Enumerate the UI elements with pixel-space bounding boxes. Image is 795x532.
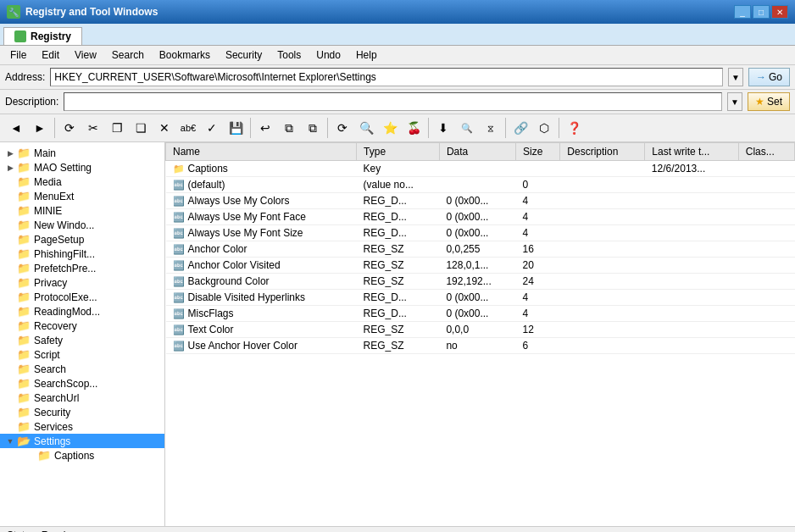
paste2-button[interactable]: ⧉ (302, 117, 324, 139)
tree-item-services[interactable]: 📁 Services (0, 419, 164, 434)
col-size[interactable]: Size (515, 143, 559, 161)
hex-button[interactable]: ⬡ (533, 117, 555, 139)
tree-label-phishing: PhishingFilt... (34, 248, 95, 260)
copy-button[interactable]: ❐ (106, 117, 128, 139)
toolbar: ◄ ► ⟳ ✂ ❐ ❏ ✕ ab€ ✓ 💾 ↩ ⧉ ⧉ ⟳ 🔍 ⭐ 🍒 ⬇ 🔍 … (0, 114, 795, 142)
col-name[interactable]: Name (166, 143, 357, 161)
tree-item-minie[interactable]: 📁 MINIE (0, 203, 164, 218)
col-lastwrite[interactable]: Last write t... (645, 143, 738, 161)
tree-item-safety[interactable]: 📁 Safety (0, 333, 164, 347)
folder-icon-phishing: 📁 (17, 247, 31, 260)
col-data[interactable]: Data (439, 143, 515, 161)
description-input[interactable] (64, 92, 722, 111)
cut-button[interactable]: ✂ (82, 117, 104, 139)
menu-view[interactable]: View (68, 47, 103, 63)
forward-button[interactable]: ► (29, 117, 51, 139)
import-button[interactable]: ⬇ (432, 117, 454, 139)
tree-item-prefetch[interactable]: 📁 PrefetchPre... (0, 261, 164, 275)
tree-item-reading[interactable]: 📁 ReadingMod... (0, 304, 164, 319)
tree-item-script[interactable]: 📁 Script (0, 347, 164, 362)
back-button[interactable]: ◄ (5, 117, 27, 139)
table-row[interactable]: 🔤Always Use My ColorsREG_D...0 (0x00...4 (166, 193, 795, 209)
menu-edit[interactable]: Edit (35, 47, 66, 63)
refresh-button[interactable]: ⟳ (58, 117, 81, 139)
menu-bookmarks[interactable]: Bookmarks (153, 47, 217, 63)
tree-item-pagesetup[interactable]: 📁 PageSetup (0, 232, 164, 247)
minimize-button[interactable]: _ (734, 5, 751, 19)
maximize-button[interactable]: □ (753, 5, 770, 19)
reload-button[interactable]: ⟳ (331, 117, 353, 139)
help-button[interactable]: ❓ (563, 117, 585, 139)
description-dropdown-button[interactable]: ▼ (727, 92, 742, 111)
cell-description (560, 306, 645, 322)
cell-type: REG_D... (357, 193, 440, 209)
find-button[interactable]: 🔍 (355, 117, 377, 139)
tree-item-search[interactable]: 📁 Search (0, 362, 164, 376)
address-dropdown-button[interactable]: ▼ (728, 68, 743, 86)
tree-item-searchurl[interactable]: 📁 SearchUrl (0, 391, 164, 405)
menu-tools[interactable]: Tools (270, 47, 308, 63)
copy2-button[interactable]: ⧉ (278, 117, 300, 139)
address-bar: Address: ▼ → Go (0, 65, 795, 90)
favorite-button[interactable]: ⭐ (379, 117, 401, 139)
tree-item-settings[interactable]: ▼ 📂 Settings (0, 434, 164, 448)
tree-item-newwindow[interactable]: 📁 New Windo... (0, 218, 164, 232)
tree-item-menuext[interactable]: 📁 MenuExt (0, 189, 164, 203)
menu-search[interactable]: Search (105, 47, 151, 63)
tree-item-privacy[interactable]: 📁 Privacy (0, 275, 164, 290)
table-row[interactable]: 🔤Always Use My Font FaceREG_D...0 (0x00.… (166, 209, 795, 225)
tree-item-protocol[interactable]: 📁 ProtocolExe... (0, 290, 164, 304)
address-input[interactable] (50, 68, 723, 86)
tree-item-searchscope[interactable]: 📁 SearchScop... (0, 376, 164, 391)
cell-data: 0,0,255 (439, 241, 515, 258)
menu-help[interactable]: Help (349, 47, 384, 63)
table-row[interactable]: 🔤Text ColorREG_SZ0,0,012 (166, 322, 795, 338)
cell-description (560, 338, 645, 354)
folder-icon-searchurl: 📁 (17, 391, 31, 404)
filter-button[interactable]: ⧖ (480, 117, 502, 139)
set-button[interactable]: ★ Set (748, 92, 790, 111)
list-panel[interactable]: Name Type Data Size Description Last wri… (165, 142, 795, 526)
tree-panel[interactable]: ▶ 📁 Main ▶ 📁 MAO Setting 📁 Media 📁 MenuE… (0, 142, 165, 526)
save-button[interactable]: 💾 (225, 117, 247, 139)
export-button[interactable]: 🔍 (456, 117, 478, 139)
tree-item-security[interactable]: 📁 Security (0, 405, 164, 419)
table-row[interactable]: 📁CaptionsKey12/6/2013... (166, 161, 795, 177)
undo-button[interactable]: ↩ (254, 117, 276, 139)
tree-item-mao[interactable]: ▶ 📁 MAO Setting (0, 160, 164, 175)
col-description[interactable]: Description (560, 143, 645, 161)
cell-type: REG_D... (357, 306, 440, 322)
cell-type: REG_D... (357, 209, 440, 225)
table-row[interactable]: 🔤Use Anchor Hover ColorREG_SZno6 (166, 338, 795, 354)
table-row[interactable]: 🔤Background ColorREG_SZ192,192...24 (166, 274, 795, 290)
marks-button[interactable]: 🍒 (403, 117, 425, 139)
table-row[interactable]: 🔤Anchor Color VisitedREG_SZ128,0,1...20 (166, 258, 795, 274)
col-type[interactable]: Type (357, 143, 440, 161)
folder-icon-captions: 📁 (37, 449, 51, 462)
menu-undo[interactable]: Undo (309, 47, 347, 63)
table-row[interactable]: 🔤Anchor ColorREG_SZ0,0,25516 (166, 241, 795, 258)
menu-file[interactable]: File (3, 47, 33, 63)
table-row[interactable]: 🔤MiscFlagsREG_D...0 (0x00...4 (166, 306, 795, 322)
tree-label-main: Main (34, 147, 56, 159)
menu-security[interactable]: Security (219, 47, 269, 63)
tree-item-media[interactable]: 📁 Media (0, 175, 164, 189)
tree-item-main[interactable]: ▶ 📁 Main (0, 146, 164, 160)
paste-button[interactable]: ❏ (130, 117, 152, 139)
delete-button[interactable]: ✕ (153, 117, 175, 139)
tree-item-phishing[interactable]: 📁 PhishingFilt... (0, 247, 164, 261)
tree-item-captions[interactable]: 📁 Captions (0, 448, 164, 463)
cell-lastwrite (645, 322, 738, 338)
check-button[interactable]: ✓ (201, 117, 223, 139)
link-button[interactable]: 🔗 (509, 117, 531, 139)
table-row[interactable]: 🔤Disable Visited HyperlinksREG_D...0 (0x… (166, 290, 795, 306)
go-button[interactable]: → Go (748, 68, 790, 86)
table-row[interactable]: 🔤(default)(value no...0 (166, 177, 795, 193)
tree-item-recovery[interactable]: 📁 Recovery (0, 319, 164, 333)
tab-registry[interactable]: Registry (3, 27, 82, 45)
rename-button[interactable]: ab€ (177, 117, 199, 139)
close-button[interactable]: ✕ (771, 5, 788, 19)
tree-label-protocol: ProtocolExe... (34, 291, 97, 303)
table-row[interactable]: 🔤Always Use My Font SizeREG_D...0 (0x00.… (166, 225, 795, 241)
col-class[interactable]: Clas... (738, 143, 794, 161)
